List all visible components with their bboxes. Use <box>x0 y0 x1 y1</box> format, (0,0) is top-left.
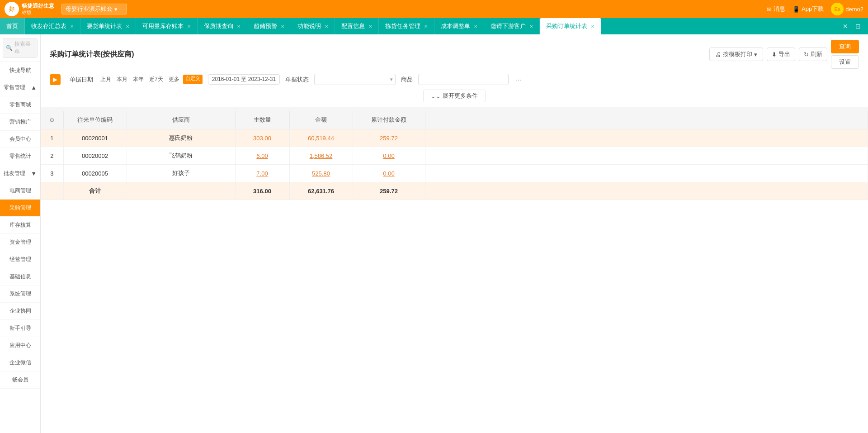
row-extra <box>425 147 868 165</box>
sidebar-item-new-guide[interactable]: 新手引导 <box>0 320 40 337</box>
date-shortcuts: 上月 本月 本年 近7天 更多 自定义 <box>99 75 203 84</box>
row-paid[interactable]: 0.00 <box>353 165 425 182</box>
sidebar-item-retail-mgmt[interactable]: 零售管理 ▲ <box>0 79 40 96</box>
sidebar-item-system-mgmt[interactable]: 系统管理 <box>0 285 40 303</box>
filter-area: ▶ 单据日期 上月 本月 本年 近7天 更多 自定义 2016-01-01 至 … <box>41 69 868 107</box>
sidebar-item-member-center[interactable]: 会员中心 <box>0 131 40 148</box>
sidebar-item-enterprise[interactable]: 企业协同 <box>0 303 40 320</box>
filter-toggle-button[interactable]: ▶ <box>50 74 61 85</box>
row-amount[interactable]: 60,519.44 <box>289 129 353 147</box>
footer-empty-1 <box>41 182 63 200</box>
main-content: 采购订单统计表(按供应商) 🖨 按模板打印 ▾ ⬇ 导出 ↻ 刷新 查询 设置 <box>41 34 868 433</box>
status-select-wrap <box>314 74 396 85</box>
user-area[interactable]: Ea demo2 <box>831 3 863 15</box>
sidebar-item-wholesale-mgmt[interactable]: 批发管理 ▼ <box>0 165 40 182</box>
close-icon[interactable]: ✕ <box>591 24 594 29</box>
sidebar-item-ecommerce[interactable]: 电商管理 <box>0 182 40 200</box>
date-btn-more[interactable]: 更多 <box>167 75 181 84</box>
tab-cost-adjust[interactable]: 成本调整单 ✕ <box>434 18 484 34</box>
close-icon[interactable]: ✕ <box>281 24 284 29</box>
sidebar-item-inventory[interactable]: 库存核算 <box>0 217 40 234</box>
sidebar-search-box[interactable]: 🔍 搜索菜单 <box>3 38 38 58</box>
status-select[interactable] <box>314 74 396 85</box>
settings-icon[interactable]: ⚙ <box>47 115 57 124</box>
row-qty[interactable]: 6.00 <box>235 147 289 165</box>
sidebar-item-marketing[interactable]: 营销推广 <box>0 114 40 131</box>
sidebar-item-enterprise-wechat[interactable]: 企业微信 <box>0 354 40 371</box>
close-icon[interactable]: ✕ <box>474 24 477 29</box>
footer-qty: 316.00 <box>235 182 289 200</box>
maximize-button[interactable]: ⊡ <box>852 23 864 30</box>
close-icon[interactable]: ✕ <box>70 24 74 29</box>
row-amount[interactable]: 1,586.52 <box>289 147 353 165</box>
close-icon[interactable]: ✕ <box>368 24 372 29</box>
col-qty: 主数量 <box>235 111 289 129</box>
tab-available-stock[interactable]: 可用量库存账本 ✕ <box>136 18 198 34</box>
row-extra <box>425 129 868 147</box>
close-icon[interactable]: ✕ <box>529 24 533 29</box>
row-num: 3 <box>41 165 63 182</box>
sidebar-item-app-center[interactable]: 应用中心 <box>0 337 40 354</box>
table-footer-row: 合计 316.00 62,631.76 259.72 <box>41 182 868 200</box>
tab-pick-task[interactable]: 拣货任务管理 ✕ <box>379 18 434 34</box>
col-supplier: 供应商 <box>127 111 235 129</box>
message-btn[interactable]: ✉ 消息 <box>767 5 785 13</box>
sidebar-item-quick-nav[interactable]: 快捷导航 <box>0 62 40 79</box>
refresh-button[interactable]: ↻ 刷新 <box>799 48 827 61</box>
logo-area: 好 畅捷通好生意 标版 <box>5 2 54 16</box>
close-icon[interactable]: ✕ <box>126 24 129 29</box>
tab-home[interactable]: 首页 <box>0 18 25 34</box>
tab-receive-summary[interactable]: 收发存汇总表 ✕ <box>25 18 80 34</box>
col-settings[interactable]: ⚙ <box>41 111 63 129</box>
row-amount[interactable]: 525.80 <box>289 165 353 182</box>
query-button[interactable]: 查询 <box>831 40 859 53</box>
sidebar-item-purchase-mgmt[interactable]: 采购管理 <box>0 200 40 217</box>
close-icon[interactable]: ✕ <box>187 24 191 29</box>
settings-button[interactable]: 设置 <box>831 55 859 69</box>
tab-config-info[interactable]: 配置信息 ✕ <box>335 18 379 34</box>
tab-purchase-summary[interactable]: 采购订单统计表 ✕ <box>540 18 601 34</box>
sidebar-item-retail-stats[interactable]: 零售统计 <box>0 148 40 165</box>
export-button[interactable]: ⬇ 导出 <box>767 48 795 61</box>
date-range-input[interactable]: 2016-01-01 至 2023-12-31 <box>208 74 280 85</box>
expand-more-button[interactable]: ⌄⌄ 展开更多条件 <box>423 90 486 102</box>
table-row: 1 00020001 惠氏奶粉 303.00 60,519.44 259.72 <box>41 129 868 147</box>
sidebar: 🔍 搜索菜单 快捷导航 零售管理 ▲ 零售商城 营销推广 会员中心 零售统计 批… <box>0 34 41 433</box>
sidebar-item-vip[interactable]: 畅会员 <box>0 371 40 389</box>
sidebar-item-ops-mgmt[interactable]: 经营管理 <box>0 251 40 268</box>
app-download-btn[interactable]: 📱 App下载 <box>793 5 824 13</box>
row-paid[interactable]: 0.00 <box>353 147 425 165</box>
table-wrap: ⚙ 往来单位编码 供应商 主数量 金额 累计付款金额 1 00020001 惠氏… <box>41 111 868 433</box>
sidebar-item-finance[interactable]: 资金管理 <box>0 234 40 251</box>
tab-overstock[interactable]: 超储预警 ✕ <box>247 18 291 34</box>
close-icon[interactable]: ✕ <box>424 24 428 29</box>
top-bar-right: ✉ 消息 📱 App下载 Ea demo2 <box>767 3 863 15</box>
sidebar-item-retail-shop[interactable]: 零售商城 <box>0 96 40 114</box>
export-icon: ⬇ <box>772 51 777 58</box>
minimize-button[interactable]: ✕ <box>839 23 852 30</box>
footer-amount: 62,631.76 <box>289 182 353 200</box>
tab-function-desc[interactable]: 功能说明 ✕ <box>291 18 335 34</box>
footer-empty-2 <box>127 182 235 200</box>
sidebar-item-basic-info[interactable]: 基础信息 <box>0 268 40 285</box>
date-btn-this-month[interactable]: 本月 <box>115 75 129 84</box>
logo-text: 畅捷通好生意 <box>22 3 54 9</box>
more-options-button[interactable]: ··· <box>514 76 523 83</box>
date-btn-this-year[interactable]: 本年 <box>131 75 146 84</box>
row-qty[interactable]: 7.00 <box>235 165 289 182</box>
row-qty[interactable]: 303.00 <box>235 129 289 147</box>
print-button[interactable]: 🖨 按模板打印 ▾ <box>709 48 763 61</box>
close-icon[interactable]: ✕ <box>237 24 241 29</box>
date-btn-7days[interactable]: 近7天 <box>147 75 165 84</box>
row-paid[interactable]: 259.72 <box>353 129 425 147</box>
tab-invite-customer[interactable]: 邀请下游客户 ✕ <box>484 18 540 34</box>
chevron-down-icon: ▾ <box>754 51 757 58</box>
sidebar-search-area: 🔍 搜索菜单 <box>0 34 40 62</box>
goods-input[interactable] <box>418 74 509 85</box>
table-header-row: ⚙ 往来单位编码 供应商 主数量 金额 累计付款金额 <box>41 111 868 129</box>
date-btn-last-month[interactable]: 上月 <box>99 75 113 84</box>
tab-expiry-query[interactable]: 保质期查询 ✕ <box>198 18 247 34</box>
tab-goods-summary[interactable]: 要货单统计表 ✕ <box>80 18 136 34</box>
close-icon[interactable]: ✕ <box>325 24 328 29</box>
org-selector[interactable]: 母婴行业演示账套 ▾ <box>61 4 127 14</box>
